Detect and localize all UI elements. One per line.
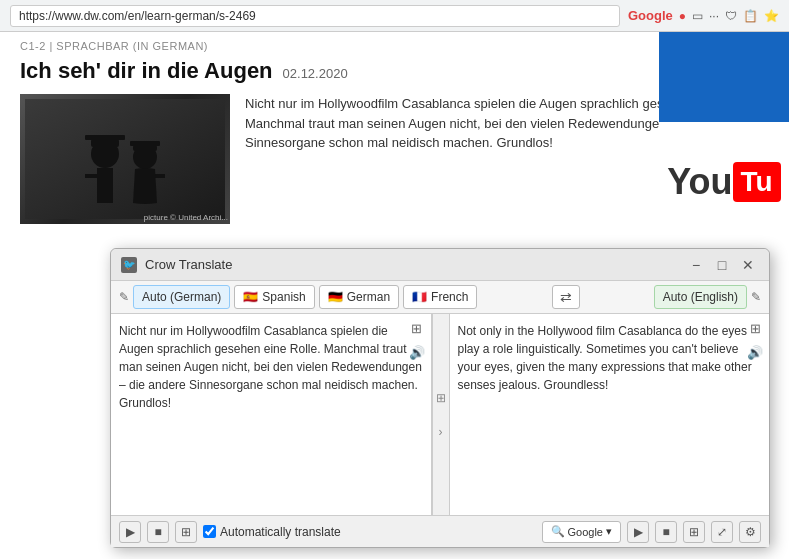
left-copy-button[interactable]: ⊞ <box>407 318 427 338</box>
yt-background <box>659 32 789 122</box>
svg-rect-10 <box>130 141 160 146</box>
right-pane-icons: ⊞ 🔊 <box>745 318 765 362</box>
svg-rect-1 <box>25 99 225 219</box>
article-title: Ich seh' dir in die Augen 02.12.2020 <box>20 58 769 84</box>
footer-right: 🔍 Google ▾ ▶ ■ ⊞ ⤢ ⚙ <box>542 521 761 543</box>
play-left-button[interactable]: ▶ <box>119 521 141 543</box>
dialog-body: ⊞ 🔊 ⊞ › Not only in the Hollywood film C… <box>111 314 769 515</box>
stop-right-button[interactable]: ■ <box>655 521 677 543</box>
google-search-label: Google <box>568 526 603 538</box>
dialog-footer: ▶ ■ ⊞ Automatically translate 🔍 Google ▾… <box>111 515 769 547</box>
divider-bottom-icon[interactable]: › <box>439 425 443 439</box>
breadcrumb: C1-2 | SPRACHBAR (IN GERMAN) <box>20 40 769 52</box>
german-label: German <box>347 290 390 304</box>
auto-german-label: Auto (German) <box>142 290 221 304</box>
image-inner <box>20 94 230 224</box>
article-image: picture © United Archi... <box>20 94 230 224</box>
crow-translate-dialog: 🐦 Crow Translate − □ ✕ ✎ Auto (German) 🇪… <box>110 248 770 548</box>
auto-german-button[interactable]: Auto (German) <box>133 285 230 309</box>
browser-icon-5[interactable]: ⭐ <box>764 9 779 23</box>
browser-icons: Google ● ▭ ··· 🛡 📋 ⭐ <box>628 8 779 23</box>
left-pane-icons: ⊞ 🔊 <box>407 318 427 362</box>
french-button[interactable]: 🇫🇷 French <box>403 285 477 309</box>
maximize-button[interactable]: □ <box>711 256 733 274</box>
google-search-button[interactable]: 🔍 Google ▾ <box>542 521 621 543</box>
title-text: Ich seh' dir in die Augen <box>20 58 273 84</box>
divider-top-icon[interactable]: ⊞ <box>436 391 446 405</box>
german-button[interactable]: 🇩🇪 German <box>319 285 399 309</box>
auto-translate-checkbox[interactable] <box>203 525 216 538</box>
dialog-title: Crow Translate <box>145 257 677 272</box>
casablanca-image <box>25 99 225 219</box>
minimize-button[interactable]: − <box>685 256 707 274</box>
image-caption: picture © United Archi... <box>144 213 228 222</box>
source-pane: ⊞ 🔊 <box>111 314 432 515</box>
svg-rect-5 <box>97 168 113 203</box>
svg-rect-6 <box>85 174 99 178</box>
spanish-button[interactable]: 🇪🇸 Spanish <box>234 285 314 309</box>
browser-icon-1[interactable]: ▭ <box>692 9 703 23</box>
auto-translate-label[interactable]: Automatically translate <box>203 525 341 539</box>
pencil-icon-left: ✎ <box>119 290 129 304</box>
browser-bar: https://www.dw.com/en/learn-german/s-246… <box>0 0 789 32</box>
google-dropdown-icon: ▾ <box>606 525 612 538</box>
translation-pane: Not only in the Hollywood film Casablanc… <box>450 314 770 515</box>
dialog-controls: − □ ✕ <box>685 256 759 274</box>
close-button[interactable]: ✕ <box>737 256 759 274</box>
french-label: French <box>431 290 468 304</box>
browser-icon-2[interactable]: ··· <box>709 9 719 23</box>
youtube-ad: You Tu <box>659 32 789 252</box>
translated-text: Not only in the Hollywood film Casablanc… <box>450 314 770 515</box>
german-flag: 🇩🇪 <box>328 290 343 304</box>
article-body: picture © United Archi... Nicht nur im H… <box>20 94 769 224</box>
spanish-flag: 🇪🇸 <box>243 290 258 304</box>
dialog-titlebar: 🐦 Crow Translate − □ ✕ <box>111 249 769 281</box>
svg-rect-4 <box>85 135 125 140</box>
auto-english-button[interactable]: Auto (English) <box>654 285 747 309</box>
browser-icon-4[interactable]: 📋 <box>743 9 758 23</box>
browser-icon-3[interactable]: 🛡 <box>725 9 737 23</box>
auto-translate-text: Automatically translate <box>220 525 341 539</box>
google-dot: ● <box>679 9 686 23</box>
crow-icon: 🐦 <box>121 257 137 273</box>
article-content: C1-2 | SPRACHBAR (IN GERMAN) Ich seh' di… <box>0 32 789 252</box>
pane-divider: ⊞ › <box>432 314 450 515</box>
google-icon: Google <box>628 8 673 23</box>
svg-rect-3 <box>91 139 119 147</box>
spanish-label: Spanish <box>262 290 305 304</box>
pencil-icon-right: ✎ <box>751 290 761 304</box>
youtube-you-text: You <box>667 161 732 203</box>
dialog-toolbar: ✎ Auto (German) 🇪🇸 Spanish 🇩🇪 German 🇫🇷 … <box>111 281 769 314</box>
article-date: 02.12.2020 <box>283 66 348 81</box>
right-copy-button[interactable]: ⊞ <box>745 318 765 338</box>
expand-button[interactable]: ⤢ <box>711 521 733 543</box>
copy-left-button[interactable]: ⊞ <box>175 521 197 543</box>
copy-right-button[interactable]: ⊞ <box>683 521 705 543</box>
url-text: https://www.dw.com/en/learn-german/s-246… <box>19 9 256 23</box>
swap-button[interactable]: ⇄ <box>552 285 580 309</box>
stop-left-button[interactable]: ■ <box>147 521 169 543</box>
google-search-icon: 🔍 <box>551 525 565 538</box>
play-right-button[interactable]: ▶ <box>627 521 649 543</box>
youtube-tube-text: Tu <box>733 162 781 202</box>
settings-button[interactable]: ⚙ <box>739 521 761 543</box>
url-bar[interactable]: https://www.dw.com/en/learn-german/s-246… <box>10 5 620 27</box>
source-textarea[interactable] <box>111 314 431 515</box>
right-tts-button[interactable]: 🔊 <box>745 342 765 362</box>
french-flag: 🇫🇷 <box>412 290 427 304</box>
left-tts-button[interactable]: 🔊 <box>407 342 427 362</box>
